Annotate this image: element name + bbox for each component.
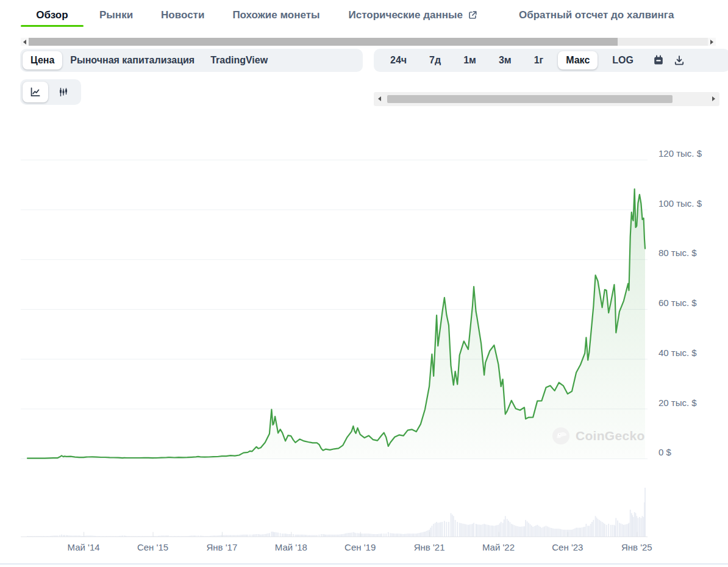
svg-text:Янв '25: Янв '25 <box>621 542 652 552</box>
svg-text:Сен '19: Сен '19 <box>344 542 376 552</box>
price-area-fill <box>27 189 645 458</box>
svg-text:Янв '17: Янв '17 <box>207 542 238 552</box>
x-axis-labels: Май '14Сен '15Янв '17Май '18Сен '19Янв '… <box>68 542 652 552</box>
svg-text:Сен '23: Сен '23 <box>552 542 583 552</box>
svg-text:Сен '15: Сен '15 <box>137 542 168 552</box>
svg-text:Янв '21: Янв '21 <box>414 542 445 552</box>
svg-text:60 тыс. $: 60 тыс. $ <box>658 298 697 308</box>
svg-text:100 тыс. $: 100 тыс. $ <box>658 198 702 209</box>
volume-bars <box>27 488 646 537</box>
svg-text:Май '18: Май '18 <box>275 542 307 552</box>
coin-overview-page: Обзор Рынки Новости Похожие монеты Истор… <box>0 0 728 567</box>
price-chart[interactable]: 0 $20 тыс. $40 тыс. $60 тыс. $80 тыс. $1… <box>0 0 728 567</box>
svg-text:20 тыс. $: 20 тыс. $ <box>658 398 697 408</box>
svg-text:Май '22: Май '22 <box>482 542 515 552</box>
svg-text:0 $: 0 $ <box>658 447 672 457</box>
svg-text:120 тыс. $: 120 тыс. $ <box>658 148 702 159</box>
svg-text:40 тыс. $: 40 тыс. $ <box>658 348 697 358</box>
section-divider <box>0 563 728 565</box>
svg-text:80 тыс. $: 80 тыс. $ <box>658 248 697 258</box>
svg-text:Май '14: Май '14 <box>68 542 100 552</box>
y-axis-labels: 0 $20 тыс. $40 тыс. $60 тыс. $80 тыс. $1… <box>658 148 702 457</box>
